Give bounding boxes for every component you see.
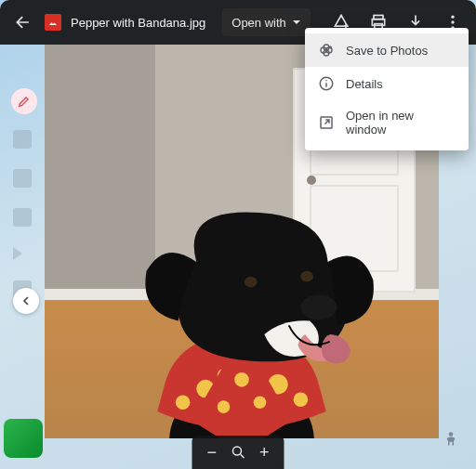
more-actions-menu: Save to Photos Details Open in new windo… [305, 28, 469, 150]
menu-item-open-new-window[interactable]: Open in new window [305, 100, 469, 145]
back-button[interactable] [7, 7, 39, 38]
info-icon [318, 75, 335, 92]
photos-icon [318, 42, 335, 59]
zoom-toolbar: − + [192, 436, 284, 469]
svg-point-18 [300, 294, 337, 319]
menu-item-details[interactable]: Details [305, 67, 469, 100]
file-type-icon [45, 14, 61, 31]
svg-point-15 [234, 372, 249, 387]
svg-point-12 [294, 392, 309, 407]
zoom-in-button[interactable]: + [259, 444, 270, 461]
svg-point-20 [300, 271, 313, 282]
svg-point-4 [451, 16, 454, 19]
svg-point-21 [232, 447, 241, 455]
svg-point-24 [325, 80, 327, 82]
menu-item-label: Open in new window [346, 109, 456, 137]
svg-point-19 [245, 277, 258, 288]
caret-down-icon [292, 18, 301, 27]
menu-item-label: Save to Photos [346, 44, 428, 58]
open-with-label: Open with [231, 16, 286, 30]
menu-item-label: Details [346, 77, 383, 91]
svg-point-16 [218, 400, 231, 413]
svg-point-11 [176, 395, 191, 410]
open-with-dropdown[interactable]: Open with [222, 8, 311, 36]
zoom-out-button[interactable]: − [206, 444, 217, 461]
image-viewer-overlay: Pepper with Bandana.jpg Open with [0, 0, 476, 469]
file-name: Pepper with Bandana.jpg [71, 16, 205, 30]
open-external-icon [318, 114, 335, 131]
menu-item-save-to-photos[interactable]: Save to Photos [305, 33, 469, 67]
svg-point-5 [451, 20, 454, 23]
svg-point-17 [254, 396, 267, 409]
zoom-reset-icon[interactable] [230, 444, 246, 461]
